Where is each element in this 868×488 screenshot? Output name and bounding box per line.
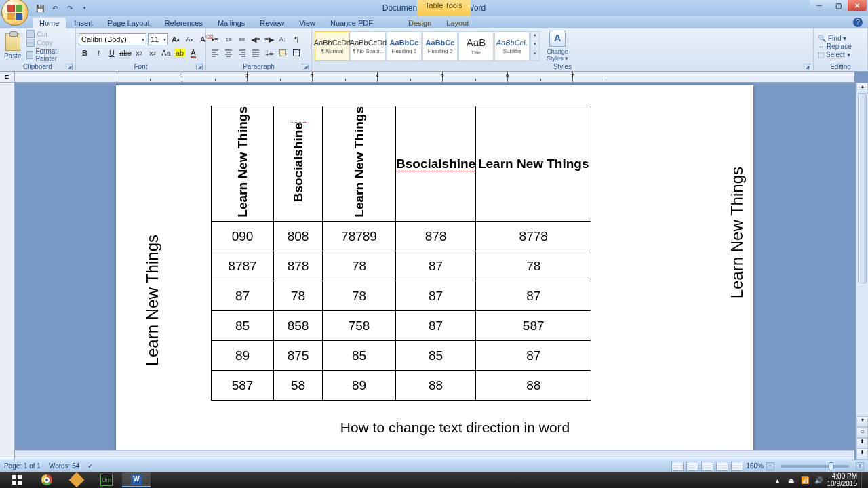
font-name-combo[interactable]: Calibri (Body)	[79, 33, 146, 45]
full-screen-view-button[interactable]	[686, 462, 698, 471]
table-cell[interactable]: 8787	[212, 251, 274, 281]
ruler-corner[interactable]: ⊏	[0, 72, 15, 83]
table-cell[interactable]: 88	[476, 371, 591, 401]
tab-table-layout[interactable]: Layout	[439, 18, 475, 28]
table-cell[interactable]: 878	[274, 251, 323, 281]
styles-dialog-launcher[interactable]: ◢	[804, 64, 810, 70]
taskbar-word[interactable]: W	[122, 472, 151, 487]
table-cell[interactable]: 8778	[476, 222, 591, 251]
paragraph-dialog-launcher[interactable]: ◢	[302, 64, 309, 70]
taskbar-app-1[interactable]	[62, 472, 91, 487]
copy-button[interactable]: Copy	[25, 39, 73, 47]
show-desktop-button[interactable]	[861, 472, 865, 487]
table-cell[interactable]: 85	[396, 341, 476, 371]
style-no-spacing[interactable]: AaBbCcDd¶ No Spaci...	[351, 31, 386, 61]
table-cell[interactable]: 78	[274, 281, 323, 311]
tab-insert[interactable]: Insert	[67, 18, 100, 28]
increase-indent-button[interactable]: ≡▶	[263, 33, 275, 45]
strikethrough-button[interactable]: abc	[119, 47, 132, 59]
horizontal-ruler[interactable]: 12 345 67	[15, 72, 854, 83]
page[interactable]: Learn New Things Learn New Things Learn …	[116, 85, 753, 450]
sort-button[interactable]: A↓	[277, 33, 289, 45]
font-dialog-launcher[interactable]: ◢	[196, 64, 203, 70]
change-case-button[interactable]: Aa	[160, 47, 172, 59]
tab-review[interactable]: Review	[253, 18, 291, 28]
table-header[interactable]: Bsocialshine	[274, 106, 323, 222]
table-cell[interactable]: 89	[212, 341, 274, 371]
print-layout-view-button[interactable]	[671, 462, 684, 471]
shrink-font-button[interactable]: A▾	[183, 33, 195, 45]
table-cell[interactable]: 88	[396, 371, 476, 401]
status-words[interactable]: Words: 54	[49, 462, 79, 470]
decrease-indent-button[interactable]: ◀≡	[250, 33, 262, 45]
minimize-button[interactable]: ─	[810, 0, 829, 11]
style-subtitle[interactable]: AaBbCcLSubtitle	[494, 31, 530, 61]
scroll-thumb[interactable]	[858, 94, 867, 283]
tray-network-icon[interactable]: 📶	[800, 475, 810, 485]
borders-button[interactable]	[290, 47, 302, 59]
qat-customize-icon[interactable]: ▾	[79, 2, 91, 14]
zoom-in-button[interactable]: +	[856, 462, 864, 470]
align-right-button[interactable]	[236, 47, 248, 59]
table-cell[interactable]: 808	[274, 222, 323, 251]
font-size-combo[interactable]: 11	[148, 33, 168, 45]
table-cell[interactable]: 87	[396, 281, 476, 311]
maximize-button[interactable]: ▢	[829, 0, 848, 11]
outline-view-button[interactable]	[716, 462, 728, 471]
tab-page-layout[interactable]: Page Layout	[101, 18, 157, 28]
zoom-slider[interactable]	[781, 465, 849, 468]
vertical-ruler[interactable]	[0, 83, 15, 460]
web-layout-view-button[interactable]	[701, 462, 713, 471]
table-cell[interactable]: 878	[396, 222, 476, 251]
style-normal[interactable]: AaBbCcDd¶ Normal	[315, 31, 350, 61]
table-row[interactable]: 8778788787	[212, 281, 591, 311]
table-header[interactable]: Bsocialshine	[396, 106, 476, 222]
table-header[interactable]: Learn New Things	[212, 106, 274, 222]
align-left-button[interactable]	[209, 47, 221, 59]
styles-gallery-more[interactable]: ▴▾▾	[530, 31, 540, 61]
browse-object-button[interactable]: ○	[856, 427, 868, 438]
table-cell[interactable]: 87	[212, 281, 274, 311]
undo-icon[interactable]: ↶	[49, 2, 61, 14]
horizontal-scrollbar[interactable]	[15, 450, 854, 460]
vertical-scrollbar[interactable]: ▴ ▾ ○ ⬆ ⬇	[856, 83, 868, 460]
scroll-up-button[interactable]: ▴	[856, 83, 868, 94]
show-marks-button[interactable]: ¶	[290, 33, 302, 45]
find-button[interactable]: 🔍Find ▾	[816, 35, 853, 42]
page-canvas[interactable]: Learn New Things Learn New Things Learn …	[15, 83, 854, 450]
table-cell[interactable]: 58	[274, 371, 323, 401]
table-row[interactable]: 8787878788778	[212, 251, 591, 281]
cut-button[interactable]: Cut	[25, 30, 73, 38]
tab-nuance-pdf[interactable]: Nuance PDF	[323, 18, 380, 28]
table-cell[interactable]: 78	[476, 251, 591, 281]
style-heading-2[interactable]: AaBbCcHeading 2	[422, 31, 458, 61]
grow-font-button[interactable]: A▴	[170, 33, 182, 45]
table-cell[interactable]: 87	[396, 251, 476, 281]
paste-button[interactable]: Paste	[3, 30, 22, 62]
multilevel-list-button[interactable]: ≡≡	[236, 33, 248, 45]
select-button[interactable]: ⬚Select ▾	[816, 51, 853, 58]
justify-button[interactable]	[250, 47, 262, 59]
table-cell[interactable]: 78	[323, 281, 396, 311]
tab-home[interactable]: Home	[33, 18, 66, 28]
table-row[interactable]: 090808787898788778	[212, 222, 591, 251]
style-heading-1[interactable]: AaBbCcHeading 1	[387, 31, 422, 61]
table-cell[interactable]: 090	[212, 222, 274, 251]
font-color-button[interactable]: A	[187, 47, 199, 59]
change-styles-button[interactable]: Change Styles ▾	[542, 30, 572, 62]
help-icon[interactable]: ?	[853, 18, 863, 27]
redo-icon[interactable]: ↷	[64, 2, 76, 14]
subscript-button[interactable]: x2	[133, 47, 145, 59]
replace-button[interactable]: ↔Replace	[816, 43, 853, 50]
table-cell[interactable]: 87	[476, 281, 591, 311]
table-cell[interactable]: 85	[323, 341, 396, 371]
table-header[interactable]: Learn New Things	[323, 106, 396, 222]
format-painter-button[interactable]: Format Painter	[25, 47, 73, 62]
zoom-slider-thumb[interactable]	[829, 462, 833, 470]
table-cell[interactable]: 858	[274, 311, 323, 341]
table-cell[interactable]: 758	[323, 311, 396, 341]
prev-page-button[interactable]: ⬆	[856, 438, 868, 449]
taskbar-chrome[interactable]	[33, 472, 61, 487]
tab-mailings[interactable]: Mailings	[211, 18, 252, 28]
italic-button[interactable]: I	[92, 47, 104, 59]
